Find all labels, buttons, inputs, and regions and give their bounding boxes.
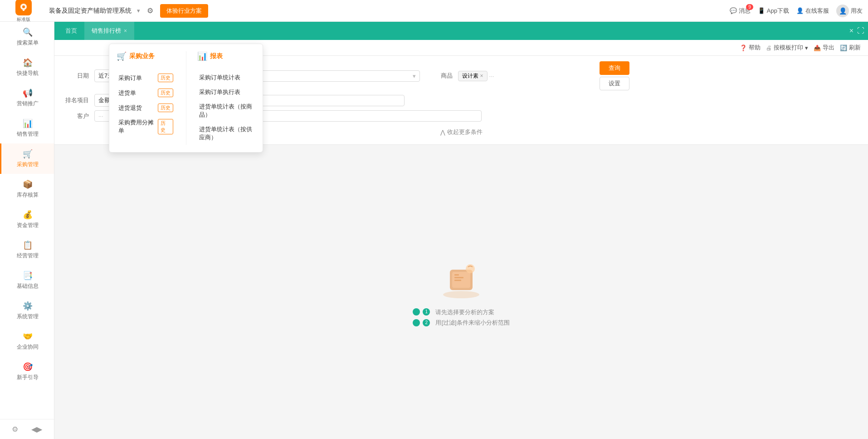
sidebar-item-marketing[interactable]: 📢 营销推广 — [0, 83, 54, 113]
collapse-up-icon: ⋀ — [440, 129, 445, 136]
sidebar-bottom: ⚙ ◀▶ — [0, 419, 54, 439]
report-menu-section: 📊 报表 采购订单统计表 采购订单执行表 进货单统计表（按商品） 进货单统计表（… — [197, 51, 256, 145]
settings-icon[interactable]: ⚙ — [144, 5, 156, 17]
tab-sales-ranking[interactable]: 销售排行榜 × — [84, 22, 134, 40]
date-label: 日期 — [62, 72, 89, 80]
help-icon: ❓ — [740, 44, 747, 51]
customer-label: 客户 — [62, 112, 89, 120]
sidebar-item-sales[interactable]: 📊 销售管理 — [0, 113, 54, 143]
incoming-return-history-badge[interactable]: 历史 — [158, 104, 173, 112]
online-service-button[interactable]: 👤 在线客服 — [796, 7, 829, 15]
sidebar-item-purchase[interactable]: 🛒 采购管理 — [0, 143, 54, 174]
sidebar-item-search[interactable]: 🔍 搜索菜单 — [0, 22, 54, 52]
product-label: 商品 — [425, 72, 453, 80]
product-tag-remove[interactable]: × — [480, 73, 483, 79]
empty-state: 1 请先选择要分析的方案 2 用[过滤]条件来缩小分析范围 — [413, 256, 509, 328]
sidebar: 🔍 搜索菜单 🏠 快捷导航 📢 营销推广 📊 销售管理 🛒 采购管理 📦 — [0, 22, 54, 439]
menu-item-incoming-stats-supplier[interactable]: 进货单统计表（按供应商） — [197, 122, 256, 145]
content-area: 首页 销售排行榜 × × ⛶ ❓ 帮助 🖨 按模板 — [54, 22, 868, 439]
hint1-number: 1 — [423, 308, 430, 316]
svg-point-0 — [22, 5, 25, 8]
messages-badge: 9 — [746, 4, 753, 10]
action-buttons: 查询 设置 — [600, 61, 629, 90]
menu-item-incoming-stats-product[interactable]: 进货单统计表（按商品） — [197, 99, 256, 122]
tab-actions: × ⛶ — [849, 27, 864, 35]
operations-icon: 📋 — [23, 240, 33, 250]
empty-hints: 1 请先选择要分析的方案 2 用[过滤]条件来缩小分析范围 — [413, 307, 509, 328]
menu-item-purchase-expense[interactable]: 采购费用分摊单 历史 — [117, 115, 175, 138]
purchase-icon: 🛒 — [23, 149, 33, 159]
sidebar-item-navigation[interactable]: 🏠 快捷导航 — [0, 52, 54, 83]
report-section-title: 📊 报表 — [197, 51, 256, 65]
sales-icon: 📊 — [23, 118, 33, 128]
trial-button[interactable]: 体验行业方案 — [160, 4, 208, 18]
tab-home[interactable]: 首页 — [58, 22, 84, 40]
incoming-history-badge[interactable]: 历史 — [158, 89, 173, 97]
system-title: 装备及固定资产辅助管理系统 — [49, 7, 132, 15]
menu-item-incoming-return[interactable]: 进货退货 历史 — [117, 100, 175, 115]
menu-divider — [186, 51, 186, 145]
purchase-dropdown-menu: 🛒 采购业务 采购订单 历史 进货单 历史 进货退货 历史 — [109, 44, 263, 153]
tab-window-close-icon[interactable]: × — [849, 27, 853, 35]
tab-bar: 首页 销售排行榜 × × ⛶ — [54, 22, 868, 40]
main-area: 🔍 搜索菜单 🏠 快捷导航 📢 营销推广 📊 销售管理 🛒 采购管理 📦 — [0, 22, 868, 439]
refresh-icon: 🔄 — [840, 44, 847, 51]
marketing-icon: 📢 — [23, 88, 33, 98]
sidebar-item-guide[interactable]: 🎯 新手引导 — [0, 356, 54, 387]
help-button[interactable]: ❓ 帮助 — [740, 44, 761, 52]
sidebar-item-finance[interactable]: 💰 资金管理 — [0, 204, 54, 235]
system-dropdown-arrow[interactable]: ▾ — [137, 7, 140, 14]
service-icon: 👤 — [796, 7, 804, 14]
settings-button[interactable]: 设置 — [600, 77, 629, 90]
sidebar-settings-icon[interactable]: ⚙ — [12, 425, 18, 434]
app-container: 标准版 装备及固定资产辅助管理系统 ▾ ⚙ 体验行业方案 💬 消息 9 📱 Ap… — [0, 0, 868, 439]
tab-expand-icon[interactable]: ⛶ — [857, 27, 864, 35]
refresh-button[interactable]: 🔄 刷新 — [840, 44, 861, 52]
sidebar-item-operations[interactable]: 📋 经营管理 — [0, 235, 54, 265]
logo-icon — [15, 0, 32, 15]
menu-item-incoming[interactable]: 进货单 历史 — [117, 85, 175, 100]
customer-dots[interactable]: ··· — [98, 113, 103, 119]
messages-button[interactable]: 💬 消息 9 — [730, 7, 751, 15]
sidebar-item-basicinfo[interactable]: 📑 基础信息 — [0, 265, 54, 296]
template-print-button[interactable]: 🖨 按模板打印 ▾ — [766, 44, 808, 52]
app-download-button[interactable]: 📱 App下载 — [758, 7, 789, 15]
top-bar: 标准版 装备及固定资产辅助管理系统 ▾ ⚙ 体验行业方案 💬 消息 9 📱 Ap… — [0, 0, 868, 22]
main-content: 1 请先选择要分析的方案 2 用[过滤]条件来缩小分析范围 — [54, 145, 868, 439]
purchase-expense-history-badge[interactable]: 历史 — [158, 119, 173, 134]
system-icon: ⚙️ — [23, 301, 33, 311]
sidebar-collapse-icon[interactable]: ◀▶ — [31, 425, 42, 434]
product-more-dots[interactable]: ··· — [489, 73, 494, 79]
menu-item-purchase-order-stats[interactable]: 采购订单统计表 — [197, 70, 256, 85]
empty-hint-2: 2 用[过滤]条件来缩小分析范围 — [413, 317, 509, 328]
empty-hint-1: 1 请先选择要分析的方案 — [413, 307, 509, 317]
rank-label: 排名项目 — [62, 96, 89, 104]
tab-close-icon[interactable]: × — [124, 28, 127, 34]
empty-illustration — [434, 256, 488, 301]
order-status-control[interactable]: ▾ — [239, 70, 420, 82]
guide-icon: 🎯 — [23, 362, 33, 372]
purchase-menu-section: 🛒 采购业务 采购订单 历史 进货单 历史 进货退货 历史 — [117, 51, 175, 145]
purchase-order-history-badge[interactable]: 历史 — [158, 74, 173, 82]
sidebar-item-system[interactable]: ⚙️ 系统管理 — [0, 296, 54, 326]
home-icon: 🏠 — [23, 58, 33, 68]
finance-icon: 💰 — [23, 210, 33, 220]
message-icon: 💬 — [730, 7, 737, 14]
report-section-icon: 📊 — [197, 51, 207, 61]
logo-area: 标准版 — [5, 0, 42, 23]
purchase-section-icon: 🛒 — [117, 51, 127, 61]
menu-item-purchase-order[interactable]: 采购订单 历史 — [117, 70, 175, 85]
sidebar-item-cooperation[interactable]: 🤝 企业协同 — [0, 326, 54, 356]
query-button[interactable]: 查询 — [600, 61, 629, 75]
svg-rect-5 — [454, 277, 463, 278]
print-dropdown-icon[interactable]: ▾ — [805, 44, 808, 51]
basicinfo-icon: 📑 — [23, 271, 33, 281]
sidebar-item-inventory[interactable]: 📦 库存核算 — [0, 174, 54, 204]
user-button[interactable]: 👤 用友 — [836, 5, 863, 17]
order-status-arrow: ▾ — [413, 73, 416, 79]
menu-item-purchase-order-exec[interactable]: 采购订单执行表 — [197, 85, 256, 99]
inventory-icon: 📦 — [23, 179, 33, 189]
top-right-area: 💬 消息 9 📱 App下载 👤 在线客服 👤 用友 — [730, 5, 863, 17]
export-button[interactable]: 📤 导出 — [814, 44, 834, 52]
svg-point-1 — [443, 291, 479, 298]
